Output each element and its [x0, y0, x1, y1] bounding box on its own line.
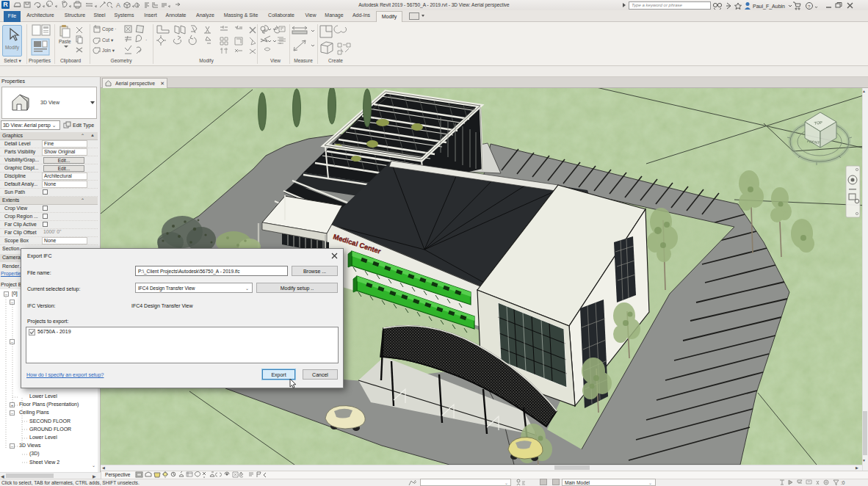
svg-text:Paul_F_Aubin: Paul_F_Aubin: [753, 4, 785, 10]
svg-text:Cut ▾: Cut ▾: [102, 37, 114, 43]
svg-text:Join ▾: Join ▾: [102, 48, 115, 53]
svg-text:Paste: Paste: [59, 39, 71, 44]
svg-text:?: ?: [808, 4, 811, 9]
svg-text:·: ·: [145, 37, 147, 43]
svg-text::0: :0: [841, 480, 845, 485]
svg-text:Cope ·: Cope ·: [102, 26, 117, 32]
